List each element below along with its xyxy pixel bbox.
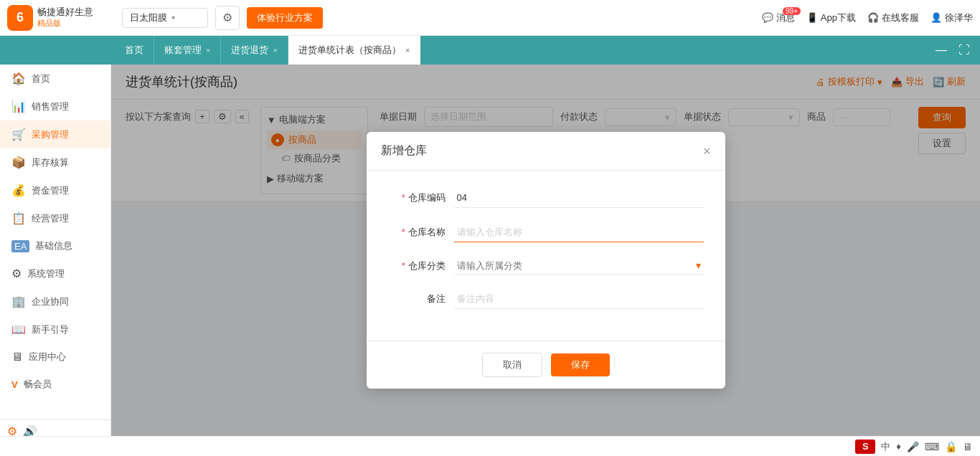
status-icon-monitor[interactable]: 🖥 bbox=[963, 441, 973, 452]
inventory-icon: 📦 bbox=[11, 156, 26, 169]
warehouse-code-input[interactable] bbox=[454, 188, 704, 208]
sidebar-item-home[interactable]: 🏠 首页 bbox=[0, 65, 110, 92]
tab-purchase-return[interactable]: 进货退货 × bbox=[221, 36, 288, 65]
sidebar-item-sales-label: 销售管理 bbox=[32, 100, 69, 113]
tab-purchase-return-close-icon[interactable]: × bbox=[273, 46, 277, 54]
tab-home-label: 首页 bbox=[125, 44, 143, 57]
logo-area: 6 畅捷通好生意 精品版 bbox=[7, 5, 115, 31]
home-icon: 🏠 bbox=[11, 72, 26, 85]
basic-info-icon: EA bbox=[11, 240, 29, 252]
sidebar-item-app-center[interactable]: 🖥 应用中心 bbox=[0, 343, 110, 371]
dialog-body: 仓库编码 仓库名称 仓库分类 ▾ bbox=[367, 171, 725, 341]
brand-line1: 畅捷通好生意 bbox=[37, 6, 93, 19]
dialog-footer: 取消 保存 bbox=[367, 341, 725, 389]
category-label: 仓库分类 bbox=[388, 260, 446, 272]
phone-icon: 📱 bbox=[806, 12, 818, 23]
tab-purchase-stats-label: 进货单统计表（按商品） bbox=[298, 44, 401, 57]
sidebar-item-vip-label: 畅会员 bbox=[24, 378, 52, 391]
sidebar-item-sales[interactable]: 📊 销售管理 bbox=[0, 92, 110, 120]
dialog-title: 新增仓库 bbox=[381, 143, 427, 158]
sidebar-item-vip[interactable]: V 畅会员 bbox=[0, 371, 110, 398]
tab-purchase-return-label: 进货退货 bbox=[231, 44, 268, 57]
sidebar-item-operations-label: 经营管理 bbox=[32, 212, 69, 225]
main-layout: 🏠 首页 📊 销售管理 🛒 采购管理 📦 库存核算 💰 资金管理 📋 经营管理 … bbox=[0, 65, 980, 456]
trial-button[interactable]: 体验行业方案 bbox=[247, 7, 323, 29]
sidebar-item-enterprise[interactable]: 🏢 企业协同 bbox=[0, 288, 110, 315]
status-icon-keyboard[interactable]: ⌨ bbox=[925, 441, 939, 452]
sidebar-item-basic-info-label: 基础信息 bbox=[35, 239, 72, 252]
sidebar-item-guide-label: 新手引导 bbox=[32, 323, 69, 336]
cancel-button[interactable]: 取消 bbox=[482, 353, 542, 377]
tab-bar: 首页 账套管理 × 进货退货 × 进货单统计表（按商品） × — ⛶ bbox=[0, 36, 980, 65]
tab-account[interactable]: 账套管理 × bbox=[154, 36, 221, 65]
sidebar-item-purchase-label: 采购管理 bbox=[32, 128, 69, 141]
message-button[interactable]: 💬 消息 99+ bbox=[762, 11, 795, 24]
tab-purchase-stats[interactable]: 进货单统计表（按商品） × bbox=[288, 36, 420, 65]
tab-minimize-icon[interactable]: — bbox=[931, 42, 951, 58]
warehouse-name-input[interactable] bbox=[454, 222, 704, 242]
message-icon: 💬 bbox=[762, 12, 773, 23]
code-label: 仓库编码 bbox=[388, 191, 446, 204]
app-logo: 6 bbox=[7, 5, 33, 31]
tab-account-label: 账套管理 bbox=[164, 44, 202, 57]
name-label: 仓库名称 bbox=[388, 226, 446, 239]
app-download-label: App下载 bbox=[821, 11, 856, 24]
operations-icon: 📋 bbox=[11, 212, 26, 225]
sidebar-item-basic-info[interactable]: EA 基础信息 bbox=[0, 232, 110, 260]
status-logo: S bbox=[855, 440, 875, 454]
category-dropdown-icon: ▾ bbox=[696, 260, 701, 271]
tab-purchase-stats-close-icon[interactable]: × bbox=[405, 46, 410, 54]
status-icon-lang[interactable]: 中 bbox=[881, 440, 890, 453]
form-row-code: 仓库编码 bbox=[388, 188, 704, 208]
app-center-icon: 🖥 bbox=[11, 351, 23, 364]
status-icon-mic[interactable]: 🎤 bbox=[907, 441, 919, 452]
vip-icon: V bbox=[11, 379, 18, 390]
tab-account-close-icon[interactable]: × bbox=[206, 46, 210, 54]
sidebar-item-home-label: 首页 bbox=[32, 72, 50, 85]
modal-overlay: 新增仓库 × 仓库编码 仓库名称 bbox=[111, 65, 980, 456]
top-bar: 6 畅捷通好生意 精品版 日太阳膜 ▾ ⚙ 体验行业方案 💬 消息 99+ 📱 … bbox=[0, 0, 980, 36]
finance-icon: 💰 bbox=[11, 184, 26, 197]
tab-home[interactable]: 首页 bbox=[115, 36, 154, 65]
dialog-header: 新增仓库 × bbox=[367, 132, 725, 171]
user-name: 徐泽华 bbox=[945, 11, 973, 24]
online-service-button[interactable]: 🎧 在线客服 bbox=[867, 11, 919, 24]
save-button[interactable]: 保存 bbox=[551, 353, 610, 376]
sidebar-item-inventory[interactable]: 📦 库存核算 bbox=[0, 148, 110, 176]
sidebar-item-guide[interactable]: 📖 新手引导 bbox=[0, 315, 110, 343]
form-row-category: 仓库分类 ▾ bbox=[388, 257, 704, 275]
purchase-icon: 🛒 bbox=[11, 128, 26, 141]
dialog-close-icon[interactable]: × bbox=[703, 145, 711, 158]
sidebar-item-system-label: 系统管理 bbox=[27, 267, 65, 280]
store-chevron-icon: ▾ bbox=[171, 14, 175, 22]
warehouse-note-input[interactable] bbox=[454, 289, 704, 309]
gear-icon: ⚙ bbox=[222, 11, 232, 24]
sidebar-item-inventory-label: 库存核算 bbox=[32, 156, 69, 169]
system-icon: ⚙ bbox=[11, 267, 22, 280]
settings-button[interactable]: ⚙ bbox=[215, 6, 240, 30]
user-profile[interactable]: 👤 徐泽华 bbox=[930, 11, 973, 24]
sidebar-item-system[interactable]: ⚙ 系统管理 bbox=[0, 260, 110, 288]
guide-icon: 📖 bbox=[11, 323, 26, 336]
brand-line2: 精品版 bbox=[37, 18, 93, 29]
store-selector[interactable]: 日太阳膜 ▾ bbox=[122, 8, 208, 28]
dialog-new-warehouse: 新增仓库 × 仓库编码 仓库名称 bbox=[367, 132, 725, 389]
sidebar-item-purchase[interactable]: 🛒 采购管理 bbox=[0, 120, 110, 148]
sidebar-item-operations[interactable]: 📋 经营管理 bbox=[0, 204, 110, 232]
form-row-name: 仓库名称 bbox=[388, 222, 704, 242]
app-download-button[interactable]: 📱 App下载 bbox=[806, 11, 856, 24]
tab-bar-controls: — ⛶ bbox=[931, 42, 980, 58]
category-select[interactable]: ▾ bbox=[454, 257, 704, 275]
top-right-area: 💬 消息 99+ 📱 App下载 🎧 在线客服 👤 徐泽华 bbox=[762, 11, 973, 24]
tab-expand-icon[interactable]: ⛶ bbox=[954, 42, 974, 58]
enterprise-icon: 🏢 bbox=[11, 295, 26, 308]
message-badge: 99+ bbox=[783, 7, 801, 15]
status-bar: S 中 ♦ 🎤 ⌨ 🔒 🖥 bbox=[0, 436, 980, 456]
headset-icon: 🎧 bbox=[867, 12, 879, 23]
note-label: 备注 bbox=[388, 293, 446, 305]
status-icon-lock[interactable]: 🔒 bbox=[945, 441, 957, 452]
sidebar-item-app-center-label: 应用中心 bbox=[29, 351, 66, 364]
sidebar-item-finance[interactable]: 💰 资金管理 bbox=[0, 176, 110, 204]
category-input[interactable] bbox=[457, 260, 696, 271]
status-icon-input[interactable]: ♦ bbox=[896, 441, 901, 452]
